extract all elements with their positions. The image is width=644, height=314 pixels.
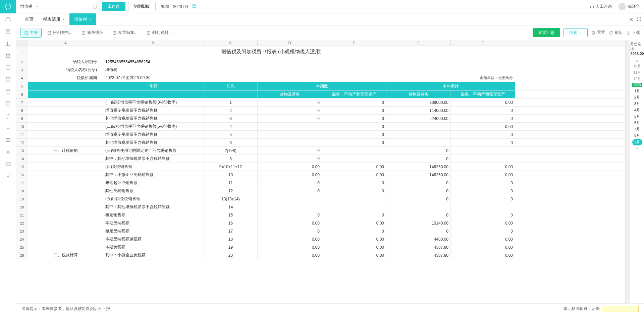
cell[interactable]: 其中：其他增值税发票不含税销售额 <box>103 203 204 211</box>
cell[interactable]: 核定应纳税额 <box>103 227 204 235</box>
sheet-tab[interactable]: 发票归集... <box>109 28 141 38</box>
cell[interactable]: 0 <box>258 107 322 114</box>
cell[interactable]: 0.00 <box>451 171 515 179</box>
user-menu[interactable]: 徐泽华 <box>619 3 640 10</box>
cell[interactable]: 其中：小微企业免税额 <box>103 251 204 259</box>
cell[interactable]: 0 <box>322 227 386 235</box>
nav-chart[interactable] <box>0 38 16 50</box>
month-item[interactable]: 1月 <box>634 88 640 94</box>
cell[interactable]: 4387.80 <box>386 243 451 251</box>
cell[interactable]: 0 <box>322 211 386 219</box>
spreadsheet[interactable]: A B C D E F G 1增值税及附加税费申报表 (小规模纳税人适用)2纳税… <box>16 40 625 303</box>
cell[interactable]: 0.00 <box>451 123 515 130</box>
cell[interactable]: 2 <box>204 107 258 114</box>
cell[interactable]: 0 <box>451 187 515 195</box>
row-header[interactable]: 2 <box>16 58 28 66</box>
cell[interactable]: 0.00 <box>451 235 515 243</box>
cell[interactable]: 5 <box>204 131 258 138</box>
cell[interactable]: 0.00 <box>322 171 386 179</box>
cell[interactable]: 8 <box>204 155 258 163</box>
row-header[interactable]: 4 <box>16 74 28 82</box>
cell[interactable]: 0.00 <box>322 243 386 251</box>
nav-doc[interactable] <box>0 25 16 38</box>
cell[interactable]: 其中：小微企业免税销售额 <box>103 171 204 179</box>
close-icon[interactable]: × <box>62 17 65 22</box>
col-header[interactable]: C <box>204 40 258 46</box>
cell[interactable]: 0 <box>386 211 451 219</box>
col-header[interactable]: E <box>322 40 386 46</box>
cell[interactable]: 11 <box>204 179 258 187</box>
cell[interactable]: 1 <box>204 99 258 106</box>
cell[interactable]: 0 <box>451 195 515 203</box>
cell[interactable]: —— <box>258 139 322 146</box>
cell[interactable]: —— <box>322 155 386 163</box>
sheet-tab[interactable]: 减免明细 <box>78 28 107 38</box>
cell[interactable]: 7(7≥8) <box>204 147 258 154</box>
cell[interactable]: 0.00 <box>322 219 386 227</box>
month-item[interactable]: 2月 <box>634 94 640 101</box>
month-item[interactable]: 4月 <box>634 107 640 113</box>
sheet-tab[interactable]: 主表 <box>20 28 42 38</box>
cell[interactable]: (一)应征增值税不含税销售额(3%征收率) <box>103 99 204 106</box>
cell[interactable] <box>258 195 322 203</box>
cell[interactable]: 0.00 <box>451 163 515 171</box>
nav-export[interactable] <box>0 122 16 134</box>
cell[interactable]: 0.00 <box>451 251 515 259</box>
old-version-button[interactable]: 切到旧版 <box>128 2 156 11</box>
month-item[interactable]: 10月 <box>633 63 641 69</box>
col-header[interactable]: A <box>28 40 103 46</box>
nav-v[interactable] <box>0 170 16 182</box>
cell[interactable]: 0 <box>451 115 515 122</box>
refresh-link[interactable]: 刷新 <box>608 30 623 36</box>
cell[interactable]: —— <box>386 123 451 130</box>
cell[interactable]: 0.00 <box>258 251 322 259</box>
month-item[interactable]: 11月 <box>633 69 641 76</box>
cell[interactable]: 0 <box>258 227 322 235</box>
cell[interactable]: 本期免税额 <box>103 243 204 251</box>
cell[interactable]: 0.00 <box>258 171 322 179</box>
initial-button[interactable]: 期初 <box>564 28 588 37</box>
cell[interactable]: 0 <box>386 179 451 187</box>
cell[interactable]: —— <box>386 139 451 146</box>
cell[interactable]: 0 <box>451 131 515 138</box>
cell[interactable]: 3 <box>204 115 258 122</box>
cell[interactable]: 9=10+11+12 <box>204 163 258 171</box>
cell[interactable]: 4387.80 <box>386 251 451 259</box>
cell[interactable]: 0 <box>322 123 386 130</box>
workbench-button[interactable]: 工作台 <box>102 2 125 11</box>
cell[interactable]: (五)出口免税销售额 <box>103 195 204 203</box>
cell[interactable] <box>322 203 386 211</box>
cell[interactable]: 17 <box>204 227 258 235</box>
cell[interactable]: 10140.00 <box>386 219 451 227</box>
cell[interactable] <box>322 195 386 203</box>
nav-home[interactable] <box>0 13 16 25</box>
cell[interactable]: —— <box>451 155 515 163</box>
nav-book[interactable] <box>0 62 16 74</box>
cell[interactable]: —— <box>258 131 322 138</box>
nav-report[interactable] <box>0 74 16 86</box>
cell[interactable]: 224000.00 <box>386 115 451 122</box>
month-item[interactable]: 12月 <box>633 76 641 82</box>
page-tab[interactable]: 增值税× <box>69 13 96 25</box>
cell[interactable]: 0 <box>386 147 451 154</box>
cell[interactable]: 0.00 <box>322 163 386 171</box>
nav-bag[interactable] <box>0 50 16 62</box>
cell[interactable]: 146260.00 <box>386 171 451 179</box>
cell[interactable]: 0 <box>451 211 515 219</box>
cell[interactable]: 0 <box>258 115 322 122</box>
cell[interactable]: 本期应纳税额 <box>103 219 204 227</box>
close-all-icon[interactable]: ✕ <box>629 16 633 23</box>
support-link[interactable]: 人工咨询 <box>590 4 612 9</box>
cell[interactable]: 0 <box>451 107 515 114</box>
cell[interactable]: 20 <box>204 251 258 259</box>
cell[interactable]: 0 <box>322 131 386 138</box>
row-header[interactable]: 1 <box>16 46 28 58</box>
month-item[interactable]: 5月 <box>634 113 640 120</box>
cell[interactable]: 0 <box>258 187 322 195</box>
cell[interactable]: 0.00 <box>451 99 515 106</box>
cell[interactable]: 0 <box>258 211 322 219</box>
invoice-summary-button[interactable]: 发票汇总 <box>533 28 560 37</box>
cell[interactable]: (四)免税销售额 <box>103 163 204 171</box>
select-all-corner[interactable] <box>16 40 28 46</box>
cell[interactable]: 16 <box>204 219 258 227</box>
